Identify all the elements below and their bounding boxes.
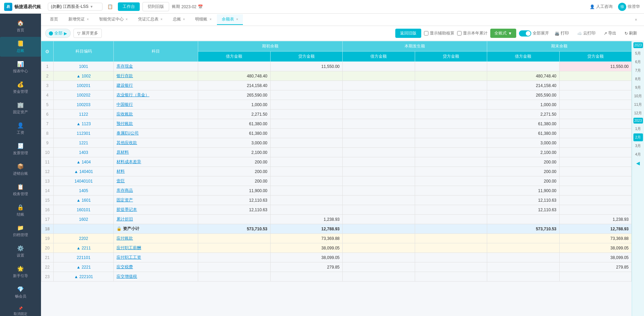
code-link[interactable]: 112301 bbox=[77, 131, 91, 136]
code-link[interactable]: 100201 bbox=[77, 83, 91, 88]
tab-close-ledger-main[interactable]: × bbox=[183, 17, 185, 21]
code-link[interactable]: ▲ 1404 bbox=[77, 160, 91, 164]
code-link[interactable]: ▲ 222101 bbox=[74, 274, 93, 279]
code-link[interactable]: 14040101 bbox=[74, 179, 93, 184]
code-link[interactable]: 1405 bbox=[79, 188, 88, 193]
sidebar-item-archive[interactable]: 📁 归档管理 bbox=[0, 221, 41, 241]
name-link[interactable]: 材料成本差异 bbox=[117, 159, 141, 164]
code-link[interactable]: 221101 bbox=[77, 255, 91, 260]
sidebar-item-ledger[interactable]: 📒 总账 bbox=[0, 37, 41, 57]
name-link[interactable]: 预付账款 bbox=[117, 121, 133, 126]
name-link[interactable]: 泰属EU公司 bbox=[117, 131, 139, 135]
name-link[interactable]: 农业银行（美金） bbox=[117, 92, 149, 97]
name-link[interactable]: 壹巨 bbox=[117, 178, 125, 183]
panel-expand-btn[interactable]: ◀ bbox=[636, 160, 640, 166]
name-link[interactable]: 库存商品 bbox=[117, 188, 133, 193]
name-link[interactable]: 原材料 bbox=[117, 150, 129, 155]
chevron-left-icon[interactable]: ◀ bbox=[636, 160, 640, 166]
name-link[interactable]: 应付职工工资 bbox=[117, 255, 141, 260]
code-link[interactable]: 100202 bbox=[77, 93, 91, 98]
user-avatar[interactable]: 徐 徐澄华 bbox=[618, 3, 640, 11]
expand-more-button[interactable]: ▽ 展开更多 bbox=[73, 29, 102, 38]
print-button[interactable]: 🖨️ 打印 bbox=[552, 29, 572, 38]
toggle-switch[interactable] bbox=[519, 30, 531, 37]
code-link[interactable]: ▲ 2211 bbox=[77, 246, 91, 250]
name-link[interactable]: 应付账款 bbox=[117, 236, 133, 241]
show-ytd-checkbox[interactable]: 显示本年累计 bbox=[457, 30, 488, 36]
name-link[interactable]: 材料 bbox=[117, 169, 125, 174]
expand-all-toggle[interactable]: 全部展开 bbox=[519, 30, 549, 37]
month-10[interactable]: 10月 bbox=[633, 92, 643, 100]
switch-version-button[interactable]: 切到旧版 bbox=[142, 2, 169, 11]
name-link[interactable]: 应交税费 bbox=[117, 264, 133, 269]
calendar-icon[interactable]: 📅 bbox=[198, 4, 203, 9]
user-service[interactable]: 👤 人工咨询 bbox=[590, 4, 613, 10]
sidebar-item-reports[interactable]: 📊 报表中心 bbox=[0, 57, 41, 77]
tab-smart-center[interactable]: 智能凭证中心 × bbox=[94, 14, 133, 25]
month-12[interactable]: 12月 bbox=[633, 109, 643, 117]
month-4[interactable]: 4月 bbox=[633, 150, 643, 158]
company-selector[interactable]: (勿删) 江西股圣-LSS ▼ bbox=[48, 3, 102, 11]
filter-all-button[interactable]: 全部 ▶ bbox=[45, 29, 71, 38]
tab-close-voucher-summary[interactable]: × bbox=[161, 17, 163, 21]
tab-add-voucher[interactable]: 新增凭证 × bbox=[64, 14, 94, 25]
code-link[interactable]: 1001 bbox=[79, 64, 88, 69]
tab-ledger-main[interactable]: 总账 × bbox=[168, 14, 190, 25]
month-5[interactable]: 5月 bbox=[633, 49, 643, 57]
workbench-button[interactable]: 工作台 bbox=[118, 2, 140, 11]
sidebar-item-settings[interactable]: ⚙️ 设置 bbox=[0, 242, 41, 261]
tab-balance-sheet[interactable]: 余额表 × bbox=[217, 14, 243, 25]
close-all-tabs[interactable]: × bbox=[632, 17, 640, 22]
code-link[interactable]: ▲ 1601 bbox=[77, 198, 91, 203]
name-link[interactable]: 应交增值税 bbox=[117, 274, 137, 279]
sidebar-item-purchase[interactable]: 📦 进销台账 bbox=[0, 160, 41, 179]
sidebar-item-settle[interactable]: 🔒 结账 bbox=[0, 201, 41, 220]
name-link[interactable]: 银行存款 bbox=[117, 73, 133, 78]
month-3[interactable]: 3月 bbox=[633, 142, 643, 150]
month-1[interactable]: 1月 bbox=[633, 125, 643, 133]
tab-detail-account[interactable]: 明细账 × bbox=[190, 14, 216, 25]
name-link[interactable]: 应收账款 bbox=[117, 112, 133, 116]
code-link[interactable]: 1602 bbox=[79, 217, 88, 222]
tab-home[interactable]: 首页 bbox=[45, 14, 63, 25]
name-link[interactable]: 累计折旧 bbox=[117, 217, 133, 221]
sidebar-item-home[interactable]: 🏠 首页 bbox=[0, 16, 41, 36]
tab-close-balance-sheet[interactable]: × bbox=[236, 17, 238, 21]
sidebar-item-invoice[interactable]: 🧾 发票管理 bbox=[0, 139, 41, 159]
sidebar-item-tax[interactable]: 📋 税务管理 bbox=[0, 180, 41, 200]
month-7[interactable]: 7月 bbox=[633, 67, 643, 74]
refresh-button[interactable]: ↻ 刷新 bbox=[622, 29, 640, 38]
code-link[interactable]: ▲ 1123 bbox=[77, 121, 91, 126]
tab-voucher-summary[interactable]: 凭证汇总表 × bbox=[133, 14, 167, 25]
sidebar-item-assets[interactable]: 🏢 固定资产 bbox=[0, 98, 41, 118]
month-2[interactable]: 2月 bbox=[633, 133, 643, 141]
sidebar-item-capital[interactable]: 💰 资金管理 bbox=[0, 78, 41, 98]
name-link[interactable]: 中国银行 bbox=[117, 102, 133, 107]
name-link[interactable]: 库存现金 bbox=[117, 64, 133, 69]
show-aux-checkbox[interactable]: 显示辅助核算 bbox=[424, 30, 454, 36]
code-link[interactable]: 1122 bbox=[79, 112, 88, 117]
sidebar-item-newguide[interactable]: 🌟 新手引导 bbox=[0, 262, 41, 282]
table-wrap[interactable]: ⚙ 科目编码 科目 期初余额 bbox=[41, 41, 632, 316]
pin-button[interactable]: 📌 取消固定 bbox=[0, 303, 41, 316]
month-9[interactable]: 9月 bbox=[633, 84, 643, 91]
column-settings-button[interactable]: ⚙ bbox=[45, 49, 50, 54]
full-mode-button[interactable]: 全账式 ▼ bbox=[490, 29, 516, 38]
code-link[interactable]: 2202 bbox=[79, 236, 88, 241]
tab-close-smart-center[interactable]: × bbox=[126, 17, 128, 21]
code-link[interactable]: 1403 bbox=[79, 150, 88, 155]
code-link[interactable]: 1221 bbox=[79, 141, 88, 145]
code-link[interactable]: 100203 bbox=[77, 102, 91, 107]
name-link[interactable]: 应付职工薪酬 bbox=[117, 245, 141, 250]
month-11[interactable]: 11月 bbox=[633, 101, 643, 109]
tab-close-detail-account[interactable]: × bbox=[209, 17, 211, 21]
aux-checkbox-input[interactable] bbox=[424, 31, 428, 35]
name-link[interactable]: 其他应收款 bbox=[117, 140, 137, 145]
month-8[interactable]: 8月 bbox=[633, 75, 643, 83]
export-button[interactable]: ↗ 导出 bbox=[601, 29, 619, 38]
name-link[interactable]: 胶提墨记本 bbox=[117, 207, 137, 212]
name-link[interactable]: 固定资产 bbox=[117, 198, 133, 202]
ytd-checkbox-input[interactable] bbox=[457, 31, 462, 35]
return-old-version-button[interactable]: 返回旧版 bbox=[395, 29, 421, 38]
name-link[interactable]: 建设银行 bbox=[117, 83, 133, 88]
